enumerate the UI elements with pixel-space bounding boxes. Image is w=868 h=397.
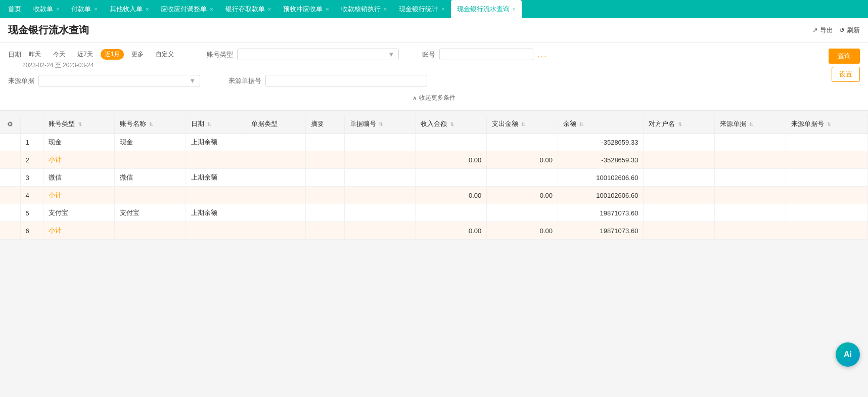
sort-icon: ⇅ bbox=[521, 121, 525, 127]
nav-item-other-income[interactable]: 其他收入单 × bbox=[104, 0, 155, 18]
chevron-down-icon: ▼ bbox=[388, 51, 395, 58]
sort-icon: ⇅ bbox=[749, 121, 753, 127]
date-quick-yesterday[interactable]: 昨天 bbox=[24, 49, 45, 60]
table-row[interactable]: 3微信微信上期余额100102606.60 bbox=[0, 169, 868, 187]
nav-item-adjustment[interactable]: 应收应付调整单 × bbox=[155, 0, 219, 18]
source-doc-label: 来源单据 bbox=[8, 76, 34, 85]
account-type-select[interactable]: ▼ bbox=[237, 49, 399, 60]
close-icon[interactable]: × bbox=[326, 0, 329, 18]
nav-item-bank-deposit[interactable]: 银行存取款单 × bbox=[219, 0, 277, 18]
filter-area: 日期 昨天 今天 近7天 近1月 更多 自定义 2023-02-24 至 202… bbox=[0, 42, 868, 111]
col-source-doc[interactable]: 来源单据 ⇅ bbox=[715, 115, 786, 134]
col-idx bbox=[20, 115, 43, 134]
filter-right-actions: 查询 设置 bbox=[829, 49, 860, 82]
col-date[interactable]: 日期 ⇅ bbox=[186, 115, 246, 134]
col-source-doc-no[interactable]: 来源单据号 ⇅ bbox=[786, 115, 867, 134]
table-wrap: ⚙ 账号类型 ⇅ 账号名称 ⇅ 日期 ⇅ 单据类型 摘要 单据编号 ⇅ 收入金额… bbox=[0, 115, 868, 240]
source-doc-select[interactable]: ▼ bbox=[38, 75, 200, 86]
close-icon[interactable]: × bbox=[94, 0, 97, 18]
source-doc-no-input[interactable] bbox=[270, 77, 423, 84]
account-label: 账号 bbox=[422, 50, 435, 59]
date-quick-btns: 昨天 今天 近7天 近1月 更多 自定义 bbox=[24, 49, 178, 60]
date-range-text: 2023-02-24 至 2023-03-24 bbox=[22, 61, 94, 70]
source-doc-no-label: 来源单据号 bbox=[229, 76, 261, 85]
sort-icon: ⇅ bbox=[379, 121, 383, 127]
nav-item-receipt[interactable]: 收款单 × bbox=[27, 0, 65, 18]
source-doc-input[interactable] bbox=[43, 77, 187, 84]
table-row[interactable]: 5支付宝支付宝上期余额19871073.60 bbox=[0, 204, 868, 222]
col-counterpart[interactable]: 对方户名 ⇅ bbox=[644, 115, 715, 134]
col-account-name[interactable]: 账号名称 ⇅ bbox=[115, 115, 186, 134]
table-row[interactable]: 2小计0.000.00-3528659.33 bbox=[0, 151, 868, 169]
col-expense[interactable]: 支出金额 ⇅ bbox=[487, 115, 558, 134]
date-quick-today[interactable]: 今天 bbox=[49, 49, 70, 60]
close-icon[interactable]: × bbox=[513, 0, 516, 18]
account-type-input[interactable] bbox=[242, 51, 386, 58]
more-button[interactable]: ... bbox=[537, 50, 547, 59]
nav-item-bank-stats[interactable]: 现金银行统计 × bbox=[393, 0, 450, 18]
close-icon[interactable]: × bbox=[268, 0, 271, 18]
close-icon[interactable]: × bbox=[146, 0, 149, 18]
close-icon[interactable]: × bbox=[210, 0, 213, 18]
close-icon[interactable]: × bbox=[384, 0, 387, 18]
col-summary: 摘要 bbox=[306, 115, 344, 134]
account-input[interactable] bbox=[444, 51, 529, 58]
export-icon: ↗ bbox=[812, 26, 818, 34]
nav-item-home[interactable]: 首页 bbox=[2, 0, 27, 18]
refresh-button[interactable]: ↺ 刷新 bbox=[839, 26, 860, 35]
source-doc-no-input-wrap[interactable] bbox=[265, 75, 427, 86]
settings-button[interactable]: 设置 bbox=[832, 67, 860, 82]
sort-icon: ⇅ bbox=[207, 121, 211, 127]
date-quick-custom[interactable]: 自定义 bbox=[151, 49, 178, 60]
date-label: 日期 bbox=[8, 50, 21, 59]
close-icon[interactable]: × bbox=[441, 0, 444, 18]
collapse-filters-button[interactable]: ∧ 收起更多条件 bbox=[8, 92, 860, 104]
date-quick-1month[interactable]: 近1月 bbox=[101, 49, 124, 60]
refresh-icon: ↺ bbox=[839, 26, 845, 34]
col-balance[interactable]: 余额 ⇅ bbox=[558, 115, 644, 134]
close-icon[interactable]: × bbox=[56, 0, 59, 18]
nav-item-advance[interactable]: 预收冲应收单 × bbox=[277, 0, 335, 18]
table-row[interactable]: 1现金现金上期余额-3528659.33 bbox=[0, 134, 868, 151]
chevron-down-icon: ▼ bbox=[189, 77, 196, 84]
page-header: 现金银行流水查询 ↗ 导出 ↺ 刷新 bbox=[0, 18, 868, 42]
table-row[interactable]: 4小计0.000.00100102606.60 bbox=[0, 187, 868, 204]
gear-icon: ⚙ bbox=[7, 120, 13, 128]
date-quick-7days[interactable]: 近7天 bbox=[73, 49, 98, 60]
header-actions: ↗ 导出 ↺ 刷新 bbox=[812, 26, 860, 35]
sort-icon: ⇅ bbox=[579, 121, 583, 127]
account-select[interactable] bbox=[439, 49, 533, 60]
col-account-type[interactable]: 账号类型 ⇅ bbox=[43, 115, 115, 134]
top-nav: 首页 收款单 × 付款单 × 其他收入单 × 应收应付调整单 × 银行存取款单 … bbox=[0, 0, 868, 18]
chevron-up-icon: ∧ bbox=[413, 95, 417, 102]
main-table: ⚙ 账号类型 ⇅ 账号名称 ⇅ 日期 ⇅ 单据类型 摘要 单据编号 ⇅ 收入金额… bbox=[0, 115, 868, 240]
table-row[interactable]: 6小计0.000.0019871073.60 bbox=[0, 222, 868, 240]
date-quick-more[interactable]: 更多 bbox=[127, 49, 148, 60]
col-doc-no[interactable]: 单据编号 ⇅ bbox=[344, 115, 416, 134]
col-doc-type: 单据类型 bbox=[246, 115, 306, 134]
col-gear[interactable]: ⚙ bbox=[0, 115, 20, 134]
sort-icon: ⇅ bbox=[678, 121, 682, 127]
page-title: 现金银行流水查询 bbox=[8, 23, 89, 37]
col-income[interactable]: 收入金额 ⇅ bbox=[416, 115, 487, 134]
nav-item-bank-flow[interactable]: 现金银行流水查询 × bbox=[451, 0, 522, 18]
query-button[interactable]: 查询 bbox=[829, 49, 860, 64]
sort-icon: ⇅ bbox=[827, 121, 831, 127]
sort-icon: ⇅ bbox=[450, 121, 454, 127]
sort-icon: ⇅ bbox=[78, 121, 82, 127]
nav-item-writeoff[interactable]: 收款核销执行 × bbox=[335, 0, 393, 18]
account-type-label: 账号类型 bbox=[207, 50, 233, 59]
export-button[interactable]: ↗ 导出 bbox=[812, 26, 833, 35]
nav-item-payment[interactable]: 付款单 × bbox=[65, 0, 103, 18]
sort-icon: ⇅ bbox=[149, 121, 153, 127]
